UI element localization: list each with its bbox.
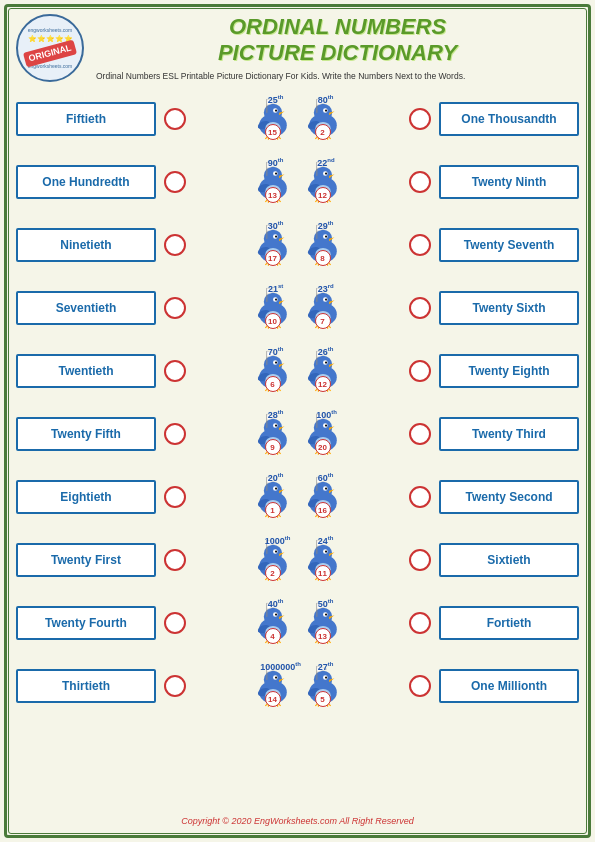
seq-left-7: 2 [265, 565, 281, 581]
left-circle-1[interactable] [164, 171, 186, 193]
right-section-8: Fortieth [394, 606, 579, 640]
right-section-9: One Millionth [394, 669, 579, 703]
right-circle-4[interactable] [409, 360, 431, 382]
page: engworksheets.com ⭐⭐⭐⭐⭐ ORIGINAL engwork… [0, 0, 595, 842]
row-4: Twentieth 70th [16, 340, 579, 402]
bird-right-3: 23rd 7 [300, 285, 346, 331]
row-7: Twenty First 1000th [16, 529, 579, 591]
main-title-line2: PICTURE DICTIONARY [96, 40, 579, 66]
right-word-box-0: One Thousandth [439, 102, 579, 136]
flag-text-right-6: 60th [318, 472, 334, 483]
flag-text-left-7: 1000th [265, 535, 291, 546]
left-circle-9[interactable] [164, 675, 186, 697]
bird-pair-2: 30th 17 29th [250, 222, 346, 268]
left-section-9: Thirtieth [16, 669, 201, 703]
svg-point-276 [274, 676, 276, 678]
bird-left-9: 1000000th 14 [250, 663, 296, 709]
flag-text-right-7: 24th [318, 535, 334, 546]
right-section-3: Twenty Sixth [394, 291, 579, 325]
right-section-5: Twenty Third [394, 417, 579, 451]
bird-pair-7: 1000th 2 24th [250, 537, 346, 583]
left-word-box-7: Twenty First [16, 543, 156, 577]
bird-pair-6: 20th 1 60th [250, 474, 346, 520]
right-circle-8[interactable] [409, 612, 431, 634]
seq-left-8: 4 [265, 628, 281, 644]
logo: engworksheets.com ⭐⭐⭐⭐⭐ ORIGINAL engwork… [16, 14, 86, 84]
left-section-4: Twentieth [16, 354, 201, 388]
svg-point-66 [274, 235, 276, 237]
left-section-5: Twenty Fifth [16, 417, 201, 451]
flag-text-right-4: 26th [318, 346, 334, 357]
bird-right-1: 22nd 12 [300, 159, 346, 205]
svg-point-126 [274, 361, 276, 363]
seq-left-9: 14 [265, 691, 281, 707]
left-word-box-5: Twenty Fifth [16, 417, 156, 451]
svg-point-261 [324, 613, 326, 615]
seq-right-6: 16 [315, 502, 331, 518]
bird-pair-0: 25th 15 80th [250, 96, 346, 142]
right-circle-6[interactable] [409, 486, 431, 508]
seq-right-5: 20 [315, 439, 331, 455]
svg-point-96 [274, 298, 276, 300]
flag-text-right-1: 22nd [317, 157, 334, 168]
flag-text-left-3: 21st [268, 283, 283, 294]
seq-right-1: 12 [315, 187, 331, 203]
bird-right-9: 27th 5 [300, 663, 346, 709]
row-3: Seventieth 21st [16, 277, 579, 339]
right-circle-2[interactable] [409, 234, 431, 256]
bird-left-1: 90th 13 [250, 159, 296, 205]
left-word-box-0: Fiftieth [16, 102, 156, 136]
bird-left-0: 25th 15 [250, 96, 296, 142]
right-circle-5[interactable] [409, 423, 431, 445]
svg-point-201 [324, 487, 326, 489]
flag-text-right-3: 23rd [318, 283, 334, 294]
right-circle-9[interactable] [409, 675, 431, 697]
main-title-line1: ORDINAL NUMBERS [96, 14, 579, 40]
center-section-2: 30th 17 29th [201, 222, 395, 268]
left-circle-8[interactable] [164, 612, 186, 634]
svg-point-171 [324, 424, 326, 426]
left-word-box-1: One Hundredth [16, 165, 156, 199]
flag-text-right-2: 29th [318, 220, 334, 231]
left-circle-4[interactable] [164, 360, 186, 382]
seq-right-8: 13 [315, 628, 331, 644]
right-circle-1[interactable] [409, 171, 431, 193]
seq-left-3: 10 [265, 313, 281, 329]
left-circle-7[interactable] [164, 549, 186, 571]
content-area: Fiftieth 25th [16, 88, 579, 717]
seq-right-7: 11 [315, 565, 331, 581]
seq-left-6: 1 [265, 502, 281, 518]
right-circle-7[interactable] [409, 549, 431, 571]
seq-left-5: 9 [265, 439, 281, 455]
bird-left-2: 30th 17 [250, 222, 296, 268]
seq-right-9: 5 [315, 691, 331, 707]
bird-pair-5: 28th 9 100th [250, 411, 346, 457]
right-word-box-8: Fortieth [439, 606, 579, 640]
right-word-box-2: Twenty Seventh [439, 228, 579, 262]
center-section-8: 40th 4 50th [201, 600, 395, 646]
svg-point-186 [274, 487, 276, 489]
right-circle-3[interactable] [409, 297, 431, 319]
seq-left-4: 6 [265, 376, 281, 392]
left-word-box-4: Twentieth [16, 354, 156, 388]
center-section-7: 1000th 2 24th [201, 537, 395, 583]
left-word-box-9: Thirtieth [16, 669, 156, 703]
flag-text-left-6: 20th [268, 472, 284, 483]
center-section-3: 21st 10 23rd [201, 285, 395, 331]
left-word-box-8: Twenty Fourth [16, 606, 156, 640]
right-section-7: Sixtieth [394, 543, 579, 577]
right-circle-0[interactable] [409, 108, 431, 130]
left-circle-3[interactable] [164, 297, 186, 319]
left-circle-0[interactable] [164, 108, 186, 130]
footer: Copyright © 2020 EngWorksheets.com All R… [0, 816, 595, 826]
left-circle-6[interactable] [164, 486, 186, 508]
right-section-2: Twenty Seventh [394, 228, 579, 262]
left-circle-2[interactable] [164, 234, 186, 256]
left-circle-5[interactable] [164, 423, 186, 445]
bird-left-3: 21st 10 [250, 285, 296, 331]
seq-left-0: 15 [265, 124, 281, 140]
row-0: Fiftieth 25th [16, 88, 579, 150]
flag-text-right-0: 80th [318, 94, 334, 105]
row-8: Twenty Fourth 40th [16, 592, 579, 654]
center-section-4: 70th 6 26th [201, 348, 395, 394]
